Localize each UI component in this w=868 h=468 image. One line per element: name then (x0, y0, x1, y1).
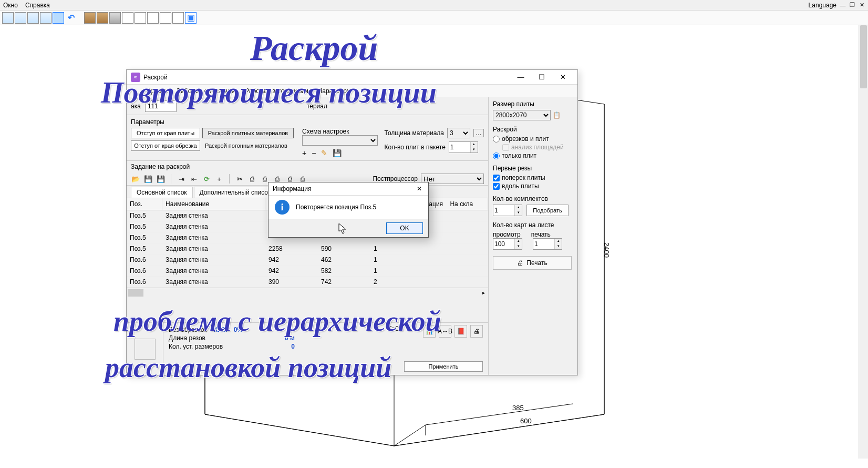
wire2-btn[interactable] (135, 12, 146, 24)
view-iso-btn[interactable] (2, 12, 14, 24)
table-hscroll[interactable]: ▸ (127, 288, 488, 297)
dim-d3: 600 (520, 417, 532, 425)
thickness-label: Толщина материала (385, 129, 444, 137)
col-pos[interactable]: Поз. (127, 198, 162, 210)
overlay-subtitle: Повторяющиеся позиции (101, 76, 437, 109)
table-row[interactable]: Поз.5Задняя стенка22585901 (127, 243, 488, 255)
btn-edge-slab[interactable]: Отступ от края плиты (131, 128, 200, 138)
main-toolbar: ↶ ▣ (0, 11, 868, 25)
view-persp-btn[interactable] (53, 12, 64, 24)
thickness-more-icon[interactable]: … (473, 129, 484, 137)
scheme-edit-icon[interactable]: ✎ (321, 149, 327, 157)
btn-sheet-cutting[interactable]: Раскрой плитных материалов (202, 128, 294, 138)
packcount-label: Кол-во плит в пакете (385, 144, 446, 151)
bbox-btn[interactable]: ▣ (185, 12, 197, 24)
cut-icon[interactable]: ✂ (235, 174, 244, 184)
language-menu[interactable]: Language (809, 2, 836, 9)
view-spinner[interactable]: ▴▾ (493, 238, 522, 250)
wire4-btn[interactable] (160, 12, 171, 24)
table-row[interactable]: Поз.6Задняя стенка3907422 (127, 277, 488, 288)
printer-icon: 🖨 (517, 259, 523, 267)
main-menubar: Окно Справка Language — ❐ ✕ (0, 0, 868, 11)
minimize-icon[interactable]: — (840, 2, 846, 8)
viewport-scrollbar-v[interactable] (859, 25, 868, 459)
sets-spinner[interactable]: ▴▾ (493, 205, 522, 216)
task-title: Задание на раскрой (127, 161, 488, 172)
radio-slabs-only[interactable] (493, 152, 500, 159)
table-row[interactable]: Поз.6Задняя стенка9425821 (127, 266, 488, 277)
pick-button[interactable]: Подобрать (526, 205, 569, 216)
chk-area-analysis (502, 144, 509, 151)
setup-label: Кол. уст. размеров (169, 343, 223, 350)
btn-linear-cutting[interactable]: Раскрой погонных материалов (202, 140, 294, 151)
msgbox-close-icon[interactable]: ✕ (415, 185, 424, 192)
first-cuts-label: Первые резы (493, 165, 573, 172)
scheme-label: Схема настроек (302, 128, 378, 135)
slab-size-label: Размер плиты (493, 100, 573, 108)
export-icon[interactable]: ⇤ (189, 174, 199, 184)
import-icon[interactable]: ⇥ (177, 174, 186, 184)
radio-offcuts-slabs[interactable] (493, 136, 500, 143)
setup-val: 0 (291, 343, 295, 350)
shaded-btn[interactable] (109, 12, 121, 24)
print-icon[interactable]: 🖨 (470, 325, 483, 338)
save-icon[interactable]: 💾 (143, 174, 153, 184)
postproc-select[interactable]: Нет (421, 174, 484, 184)
ok-button[interactable]: OK (386, 222, 423, 234)
refresh-icon[interactable]: ⟳ (202, 174, 211, 184)
params-title: Параметры (131, 118, 484, 126)
add-icon[interactable]: + (214, 174, 224, 184)
apply-button[interactable]: Применить (404, 361, 483, 372)
table-row[interactable]: Поз.6Задняя стенка9424621 (127, 255, 488, 266)
msgbox-text: Повторяется позиция Поз.5 (296, 204, 376, 211)
view-front-btn[interactable] (15, 12, 26, 24)
scheme-save-icon[interactable]: 💾 (333, 149, 342, 157)
texture1-btn[interactable] (84, 12, 96, 24)
wire1-btn[interactable] (122, 12, 133, 24)
tab-extra-list[interactable]: Дополнительный список (194, 187, 277, 198)
undo-icon[interactable]: ↶ (65, 12, 77, 24)
calendar-icon[interactable]: 📋 (553, 111, 561, 119)
dialog-maximize-icon[interactable]: ☐ (531, 70, 552, 84)
print-button[interactable]: 🖨Печать (493, 256, 572, 270)
menu-window[interactable]: Окно (3, 2, 18, 9)
menu-help[interactable]: Справка (25, 2, 50, 9)
saveas-icon[interactable]: 💾 (156, 174, 166, 184)
chk-along[interactable] (493, 183, 500, 190)
open-icon[interactable]: 📂 (131, 174, 140, 184)
thickness-select[interactable]: 3 (447, 128, 470, 138)
postproc-label: Постпроцессор (373, 175, 418, 182)
chk-across[interactable] (493, 175, 500, 181)
wire5-btn[interactable] (172, 12, 184, 24)
packcount-spinner[interactable]: ▴▾ (449, 141, 478, 153)
slab-size-select[interactable]: 2800x2070 (493, 110, 551, 120)
btn-edge-offcut[interactable]: Отступ от края обрезка (131, 140, 200, 151)
col-name[interactable]: Наименование (162, 198, 265, 210)
view-side-btn[interactable] (40, 12, 51, 24)
info-messagebox: Информация ✕ i Повторяется позиция Поз.5… (268, 182, 429, 238)
print-spinner[interactable]: ▴▾ (533, 238, 562, 250)
scheme-add-icon[interactable]: + (302, 149, 306, 157)
dim-height: 2400 (603, 242, 611, 258)
sheets-label: Кол-во карт на листе (493, 221, 573, 229)
col-rot[interactable]: тация На скла (423, 198, 488, 210)
cut-mode-label: Раскрой (493, 126, 573, 133)
texture2-btn[interactable] (97, 12, 108, 24)
scheme-select[interactable] (302, 135, 378, 146)
msgbox-title: Информация (273, 185, 311, 192)
wire3-btn[interactable] (147, 12, 159, 24)
overlay-line3: проблема с иерархической (113, 305, 441, 338)
sets-label: Кол-во комплектов (493, 195, 573, 202)
close-icon[interactable]: ✕ (859, 2, 865, 8)
book-icon[interactable]: 📕 (454, 325, 467, 338)
dim-d2: 385 (512, 404, 524, 412)
view-top-btn[interactable] (27, 12, 39, 24)
info-icon: i (275, 200, 290, 215)
dialog-close-icon[interactable]: ✕ (552, 70, 573, 84)
tool1-icon[interactable]: ⎙ (247, 174, 257, 184)
scheme-remove-icon[interactable]: − (312, 149, 316, 157)
overlay-line4: расстановкой позиций (105, 351, 391, 384)
restore-icon[interactable]: ❐ (849, 2, 855, 8)
dialog-minimize-icon[interactable]: — (510, 70, 531, 84)
tab-main-list[interactable]: Основной список (131, 187, 193, 198)
